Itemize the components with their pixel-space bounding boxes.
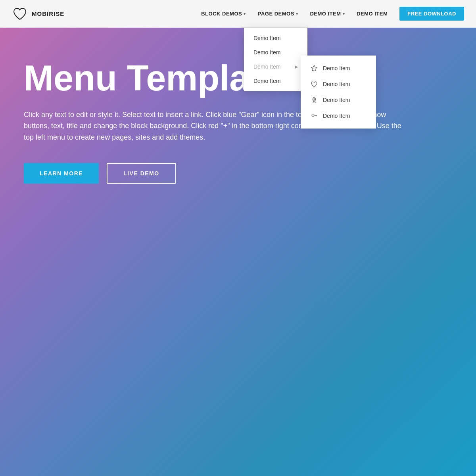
brand-name: MOBIRISE (32, 10, 64, 17)
heart-icon (310, 80, 318, 88)
dropdown-secondary-menu: Demo Item Demo Item Demo Item Demo Item (301, 56, 376, 129)
nav-page-demos[interactable]: PAGE DEMOS ▾ (258, 11, 298, 17)
brand: MOBIRISE (12, 6, 64, 22)
svg-point-2 (312, 114, 314, 117)
key-icon (310, 112, 318, 120)
svg-point-1 (314, 99, 315, 100)
dropdown-secondary-item-4[interactable]: Demo Item (301, 108, 376, 124)
dropdown-item-4[interactable]: Demo Item (244, 74, 307, 88)
nav-demo-item-plain[interactable]: DEMO ITEM (357, 11, 388, 17)
chevron-right-icon: ▶ (295, 64, 298, 69)
dropdown-item-1[interactable]: Demo Item (244, 31, 307, 45)
chevron-down-icon: ▾ (343, 12, 345, 16)
chevron-down-icon: ▾ (244, 12, 246, 16)
navbar: MOBIRISE BLOCK DEMOS ▾ PAGE DEMOS ▾ DEMO… (0, 0, 476, 28)
learn-more-button[interactable]: LEARN MORE (24, 163, 99, 184)
dropdown-secondary-item-2[interactable]: Demo Item (301, 76, 376, 92)
nav-demo-item-dropdown[interactable]: DEMO ITEM ▾ (310, 11, 345, 17)
dropdown-item-2[interactable]: Demo Item (244, 45, 307, 60)
free-download-button[interactable]: FREE DOWNLOAD (399, 7, 464, 21)
hero-buttons: LEARN MORE LIVE DEMO (24, 163, 452, 184)
dropdown-secondary-item-3[interactable]: Demo Item (301, 92, 376, 108)
nav-links: BLOCK DEMOS ▾ PAGE DEMOS ▾ DEMO ITEM ▾ D… (201, 7, 464, 21)
svg-marker-0 (311, 65, 317, 71)
live-demo-button[interactable]: LIVE DEMO (107, 163, 176, 184)
dropdown-primary-menu: Demo Item Demo Item Demo Item ▶ Demo Ite… (244, 28, 307, 91)
hero-section: Menu Template Click any text to edit or … (0, 28, 476, 476)
dropdown-item-3-submenu[interactable]: Demo Item ▶ (244, 60, 307, 74)
chevron-down-icon: ▾ (296, 12, 298, 16)
star-icon (310, 64, 318, 72)
dropdown-secondary-item-1[interactable]: Demo Item (301, 60, 376, 76)
nav-block-demos[interactable]: BLOCK DEMOS ▾ (201, 11, 246, 17)
rocket-icon (310, 96, 318, 104)
heart-logo-icon (12, 6, 28, 22)
